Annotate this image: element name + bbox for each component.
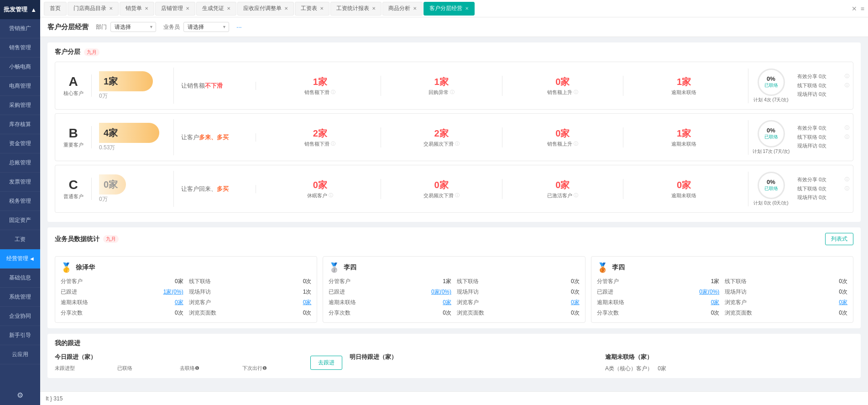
- staff-label: 业务员: [163, 23, 180, 31]
- tab-close-icon[interactable]: ✕: [186, 6, 189, 11]
- tier-metrics-b: 2家 销售额下滑 ⓘ 2家 交易频次下滑 ⓘ 0: [256, 127, 748, 147]
- info-icon[interactable]: ⓘ: [574, 89, 578, 95]
- tab-home[interactable]: 首页: [44, 2, 67, 16]
- tab-close-icon[interactable]: ✕: [372, 6, 376, 11]
- sidebar-item-assets[interactable]: 固定资产: [0, 211, 40, 230]
- followup-title: 我的跟进: [55, 339, 853, 347]
- tier-label-b: B 重要客户: [55, 126, 92, 148]
- tab-close-icon[interactable]: ✕: [145, 6, 148, 11]
- tab-sales-order[interactable]: 销货单 ✕: [120, 2, 154, 16]
- detail-row: 分管客户 0家: [61, 278, 183, 285]
- tab-close-icon[interactable]: ✕: [227, 6, 230, 11]
- sidebar-item-system[interactable]: 系统管理: [0, 288, 40, 307]
- sidebar-item-basic[interactable]: 基础信息: [0, 268, 40, 288]
- detail-row: 浏览客户 0家: [725, 299, 847, 306]
- sidebar-settings[interactable]: ⚙: [0, 385, 40, 405]
- biz-stats-title: 业务员数据统计 九月: [55, 235, 119, 243]
- sidebar-item-payroll[interactable]: 工资: [0, 230, 40, 249]
- sidebar-collapse-icon[interactable]: ▲: [31, 6, 37, 13]
- content-area: 客户分层 九月 A 核心客户 1家 0万: [40, 37, 868, 391]
- sidebar-item-cloud[interactable]: 云应用: [0, 345, 40, 364]
- rank-icon-2: 🥉: [597, 262, 608, 273]
- biz-stats-section: 业务员数据统计 九月 列表式 🥇 徐泽华 分管客户 0家: [47, 227, 861, 328]
- metric-a-0: 1家 销售额下滑 ⓘ: [260, 76, 381, 96]
- staff-filter: 业务员 请选择: [163, 22, 229, 32]
- sidebar-title: 批发管理: [4, 5, 27, 14]
- detail-row: 已跟进 0家(0%): [597, 288, 720, 296]
- tier-circle-a: 0% 已联络 计划 4次 (7天/次): [748, 68, 794, 103]
- info-icon[interactable]: ⓘ: [574, 192, 578, 199]
- sidebar-item-sales[interactable]: 销售管理: [0, 38, 40, 58]
- metric-c-3: 0家 逾期未联络: [623, 179, 744, 199]
- bottom-bar: It } 315: [40, 391, 868, 405]
- tab-store-products[interactable]: 门店商品目录 ✕: [68, 2, 119, 16]
- detail-row: 浏览客户 0家: [457, 299, 580, 306]
- detail-row: 逾期未联络 0家: [597, 299, 720, 306]
- sidebar-item-marketing[interactable]: 营销推广: [0, 19, 40, 38]
- tab-bar: 首页 门店商品目录 ✕ 销货单 ✕ 店铺管理 ✕ 生成凭证 ✕ 应收应付调整单 …: [40, 0, 868, 17]
- sidebar-item-purchase[interactable]: 采购管理: [0, 96, 40, 115]
- tab-actions: ✕ ≡: [852, 5, 864, 12]
- sidebar-header[interactable]: 批发管理 ▲: [0, 0, 40, 19]
- tier-metrics-c: 0家 休眠客户 ⓘ 0家 交易频次下滑 ⓘ 0家: [256, 179, 748, 199]
- tab-close-icon[interactable]: ✕: [284, 6, 288, 11]
- sidebar-item-management[interactable]: 经营管理 ◀: [0, 249, 40, 268]
- tier-month-badge: 九月: [84, 48, 99, 56]
- detail-row: 逾期未联络 0家: [329, 299, 451, 306]
- info-icon[interactable]: ⓘ: [455, 141, 460, 147]
- sidebar-item-tax[interactable]: 税务管理: [0, 192, 40, 211]
- tab-close-icon[interactable]: ✕: [465, 6, 469, 11]
- sidebar-item-ecom[interactable]: 电商管理: [0, 77, 40, 96]
- info-icon[interactable]: ⓘ: [574, 141, 578, 147]
- tier-stat-a: 1家 0万: [92, 68, 174, 104]
- sidebar-item-guide[interactable]: 新手引导: [0, 326, 40, 345]
- info-icon[interactable]: ⓘ: [455, 192, 460, 199]
- detail-row: 逾期未联络 0家: [61, 299, 183, 306]
- tab-ap-adjust[interactable]: 应收应付调整单 ✕: [237, 2, 294, 16]
- tab-close-icon[interactable]: ✕: [413, 6, 417, 11]
- tab-payroll-form[interactable]: 工资表 ✕: [295, 2, 329, 16]
- tier-row-b: B 重要客户 4家 0.53万 让客户多来、多买 2家: [55, 113, 853, 161]
- info-icon[interactable]: ⓘ: [331, 89, 335, 95]
- sidebar-item-ledger[interactable]: 总账管理: [0, 153, 40, 173]
- tab-close-icon[interactable]: ✕: [320, 6, 324, 11]
- sidebar: 批发管理 ▲ 营销推广 销售管理 小畅电商 电商管理 采购管理 库存核算 资金管…: [0, 0, 40, 405]
- tab-store-mgmt[interactable]: 店铺管理 ✕: [155, 2, 195, 16]
- tab-close-all-icon[interactable]: ✕: [852, 5, 857, 12]
- biz-stats-header: 业务员数据统计 九月 列表式: [55, 233, 853, 245]
- staff-card-2: 🥉 李四 分管客户 1家 线下联络 0次 已跟进: [591, 256, 853, 323]
- sidebar-item-ecom-small[interactable]: 小畅电商: [0, 58, 40, 77]
- tab-close-icon[interactable]: ✕: [109, 6, 113, 11]
- info-icon[interactable]: ⓘ: [329, 192, 333, 199]
- detail-row: 分管客户 1家: [329, 278, 451, 285]
- list-view-button[interactable]: 列表式: [825, 233, 853, 245]
- sidebar-item-invoice[interactable]: 发票管理: [0, 173, 40, 192]
- detail-row: 线下联络 0次: [189, 278, 312, 285]
- dept-label: 部门: [96, 23, 107, 31]
- staff-select[interactable]: 请选择: [183, 22, 229, 32]
- metric-a-3: 1家 逾期未联络: [623, 76, 744, 96]
- bottom-text: It } 315: [46, 395, 63, 402]
- detail-row: 浏览客户 0家: [189, 299, 312, 306]
- staff-name-2: 李四: [612, 263, 625, 272]
- today-followup: 今日跟进（家） 未跟进型 已联络 去联络❶ 下次出行❶: [55, 353, 303, 372]
- info-icon[interactable]: ⓘ: [331, 141, 335, 147]
- detail-row: 线下联络 0次: [725, 278, 847, 285]
- tab-payroll-report[interactable]: 工资统计报表 ✕: [330, 2, 382, 16]
- tab-customer-tier[interactable]: 客户分层经营 ✕: [424, 2, 475, 16]
- sidebar-item-inventory[interactable]: 库存核算: [0, 115, 40, 134]
- dept-select[interactable]: 请选择: [110, 22, 156, 32]
- detail-row: 分享次数 0次: [597, 309, 720, 317]
- goto-followup-button[interactable]: 去跟进: [310, 356, 342, 370]
- sidebar-item-collab[interactable]: 企业协同: [0, 307, 40, 326]
- metric-b-3: 1家 逾期未联络: [623, 127, 744, 147]
- tab-menu-icon[interactable]: ≡: [861, 5, 864, 12]
- followup-grid: 今日跟进（家） 未跟进型 已联络 去联络❶ 下次出行❶ 去跟进 明日待跟进（家）…: [55, 353, 853, 373]
- info-icon[interactable]: ⓘ: [450, 89, 455, 95]
- detail-row: 现场拜访 0次: [725, 288, 847, 296]
- tab-product-analysis[interactable]: 商品分析 ✕: [382, 2, 423, 16]
- sidebar-item-finance[interactable]: 资金管理: [0, 134, 40, 153]
- more-options-btn[interactable]: ···: [236, 23, 242, 31]
- metric-c-1: 0家 交易频次下滑 ⓘ: [381, 179, 502, 199]
- tab-gen-voucher[interactable]: 生成凭证 ✕: [196, 2, 236, 16]
